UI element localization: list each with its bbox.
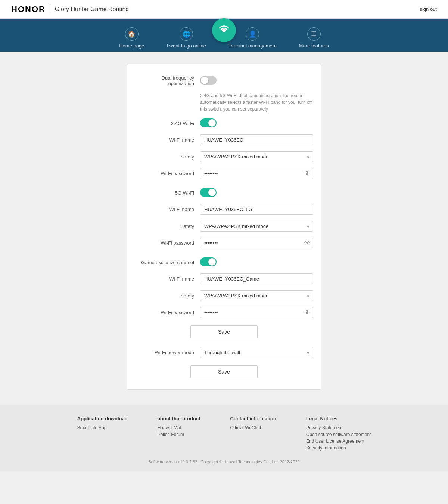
power-mode-select-container: Through the wall Standard Energy saving xyxy=(200,347,313,358)
wifi-5g-toggle-wrapper xyxy=(200,188,313,198)
sign-out-link[interactable]: sign out xyxy=(420,6,437,12)
nav-item-wifi[interactable]: My Wi-Fi xyxy=(212,11,236,42)
wifi-pass-5g-row: Wi-Fi password 👁 xyxy=(135,238,313,248)
nav-item-more[interactable]: ☰ More features xyxy=(288,24,340,52)
safety-24g-select-container: WPA/WPA2 PSK mixed mode xyxy=(200,151,313,162)
wifi-name-5g-input[interactable] xyxy=(200,204,313,215)
wifi-pass-game-input-wrapper: 👁 xyxy=(200,307,313,318)
wifi-name-5g-input-wrapper xyxy=(200,204,313,215)
wifi-name-5g-row: Wi-Fi name xyxy=(135,204,313,215)
wifi-pass-24g-wrapper: 👁 xyxy=(200,168,313,179)
footer: Application download Smart Life App abou… xyxy=(0,405,448,471)
wifi-name-game-input-wrapper xyxy=(200,273,313,284)
dual-freq-toggle[interactable] xyxy=(200,76,217,85)
wifi-name-24g-row: Wi-Fi name xyxy=(135,134,313,145)
power-mode-label: Wi-Fi power mode xyxy=(135,350,200,355)
wifi-pass-5g-label: Wi-Fi password xyxy=(135,240,200,246)
password-eye-game-icon[interactable]: 👁 xyxy=(304,309,310,316)
globe-icon: 🌐 xyxy=(180,27,193,41)
nav-label-home: Home page xyxy=(119,43,144,49)
wifi-pass-24g-input[interactable] xyxy=(200,168,313,179)
safety-24g-label: Safety xyxy=(135,154,200,160)
safety-game-row: Safety WPA/WPA2 PSK mixed mode xyxy=(135,290,313,301)
footer-col-contact: Contact information Official WeChat xyxy=(230,416,276,452)
safety-24g-select[interactable]: WPA/WPA2 PSK mixed mode xyxy=(200,151,313,162)
wifi-pass-5g-input[interactable] xyxy=(200,238,313,248)
wifi-24g-row: 2.4G Wi-Fi xyxy=(135,118,313,129)
wifi-24g-toggle-wrapper xyxy=(200,118,313,129)
wifi-24g-toggle[interactable] xyxy=(200,118,217,127)
product-name: Glory Hunter Game Routing xyxy=(55,6,129,13)
dual-freq-label: Dual frequency optimization xyxy=(135,75,200,86)
wifi-name-24g-input[interactable] xyxy=(200,134,313,145)
terminal-icon: 👤 xyxy=(246,27,259,41)
wifi-5g-slider xyxy=(200,188,217,197)
wifi-name-5g-label: Wi-Fi name xyxy=(135,207,200,212)
settings-card: Dual frequency optimization 2.4G and 5G … xyxy=(127,64,321,390)
safety-5g-select[interactable]: WPA/WPA2 PSK mixed mode xyxy=(200,221,313,232)
save-button-1[interactable]: Save xyxy=(190,325,258,338)
password-eye-24g-icon[interactable]: 👁 xyxy=(304,170,310,177)
brand: HONOR Glory Hunter Game Routing xyxy=(11,4,129,14)
header-divider xyxy=(50,6,50,13)
save-button-2[interactable]: Save xyxy=(190,365,258,378)
wifi-pass-game-label: Wi-Fi password xyxy=(135,310,200,315)
footer-link-privacy[interactable]: Privacy Statement xyxy=(306,425,371,430)
nav-label-online: I want to go online xyxy=(167,43,206,49)
footer-link-security[interactable]: Security Information xyxy=(306,445,371,451)
main: Dual frequency optimization 2.4G and 5G … xyxy=(0,52,448,405)
nav-label-wifi: My Wi-Fi xyxy=(214,13,234,18)
footer-col-download-heading: Application download xyxy=(77,416,128,421)
dual-freq-slider xyxy=(200,76,217,85)
wifi-pass-game-row: Wi-Fi password 👁 xyxy=(135,307,313,318)
footer-col-product-heading: about that product xyxy=(158,416,200,421)
wifi-name-24g-label: Wi-Fi name xyxy=(135,137,200,143)
nav-item-home[interactable]: 🏠 Home page xyxy=(108,24,155,52)
wifi-name-game-label: Wi-Fi name xyxy=(135,276,200,282)
wifi-pass-game-wrapper: 👁 xyxy=(200,307,313,318)
wifi-pass-5g-input-wrapper: 👁 xyxy=(200,238,313,248)
wifi-pass-game-input[interactable] xyxy=(200,307,313,318)
wifi-pass-5g-wrapper: 👁 xyxy=(200,238,313,248)
safety-game-select[interactable]: WPA/WPA2 PSK mixed mode xyxy=(200,290,313,301)
nav-label-terminal: Terminal management xyxy=(228,43,277,49)
wifi-24g-slider xyxy=(200,118,217,127)
footer-link-huawei-mall[interactable]: Huawei Mall xyxy=(158,425,200,430)
safety-game-select-container: WPA/WPA2 PSK mixed mode xyxy=(200,290,313,301)
wifi-5g-toggle[interactable] xyxy=(200,188,217,197)
game-channel-label: Game exclusive channel xyxy=(135,260,200,265)
footer-col-legal-heading: Legal Notices xyxy=(306,416,371,421)
dual-freq-toggle-wrapper xyxy=(200,76,313,86)
dual-freq-row: Dual frequency optimization xyxy=(135,75,313,86)
wifi-pass-24g-input-wrapper: 👁 xyxy=(200,168,313,179)
wifi-name-game-input[interactable] xyxy=(200,273,313,284)
game-channel-slider xyxy=(200,257,217,266)
wifi-pass-24g-label: Wi-Fi password xyxy=(135,171,200,176)
nav-label-more: More features xyxy=(299,43,329,49)
footer-link-pollen[interactable]: Pollen Forum xyxy=(158,432,200,437)
safety-5g-select-container: WPA/WPA2 PSK mixed mode xyxy=(200,221,313,232)
safety-game-select-wrapper: WPA/WPA2 PSK mixed mode xyxy=(200,290,313,301)
footer-link-smart-life[interactable]: Smart Life App xyxy=(77,425,128,430)
game-channel-toggle-wrapper xyxy=(200,257,313,268)
power-mode-select-wrapper: Through the wall Standard Energy saving xyxy=(200,347,313,358)
power-mode-select[interactable]: Through the wall Standard Energy saving xyxy=(200,347,313,358)
wifi-name-game-row: Wi-Fi name xyxy=(135,273,313,284)
game-channel-toggle[interactable] xyxy=(200,257,217,266)
home-icon: 🏠 xyxy=(125,27,139,41)
footer-link-opensource[interactable]: Open source software statement xyxy=(306,432,371,437)
safety-5g-row: Safety WPA/WPA2 PSK mixed mode xyxy=(135,221,313,232)
nav: 🏠 Home page 🌐 I want to go online My Wi-… xyxy=(0,19,448,52)
power-mode-row: Wi-Fi power mode Through the wall Standa… xyxy=(135,347,313,358)
wifi-pass-24g-row: Wi-Fi password 👁 xyxy=(135,168,313,179)
nav-items: 🏠 Home page 🌐 I want to go online My Wi-… xyxy=(108,24,340,52)
footer-link-license[interactable]: End User License Agreement xyxy=(306,439,371,444)
footer-link-wechat[interactable]: Official WeChat xyxy=(230,425,276,430)
dual-freq-desc: 2.4G and 5G Wi-Fi dual-band integration,… xyxy=(200,92,313,112)
safety-5g-label: Safety xyxy=(135,223,200,229)
wifi-24g-label: 2.4G Wi-Fi xyxy=(135,121,200,126)
footer-col-download: Application download Smart Life App xyxy=(77,416,128,452)
password-eye-5g-icon[interactable]: 👁 xyxy=(304,240,310,247)
nav-item-online[interactable]: 🌐 I want to go online xyxy=(155,24,217,52)
wifi-icon xyxy=(212,18,236,42)
